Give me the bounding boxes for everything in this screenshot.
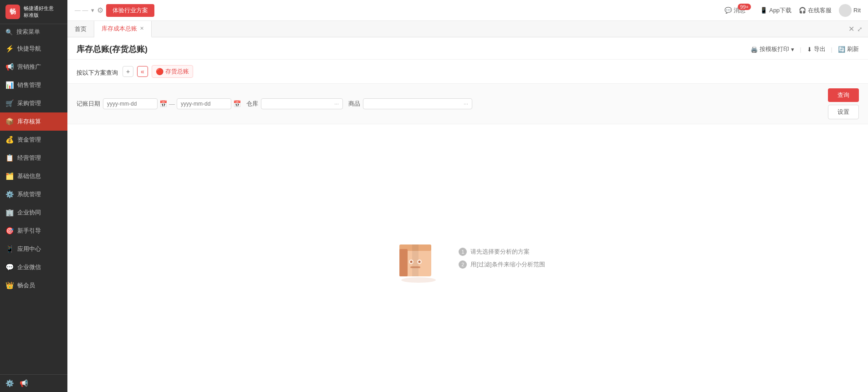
- more-icon: ···: [334, 101, 339, 107]
- app-download-button[interactable]: 📱 App下载: [760, 6, 791, 15]
- product-select[interactable]: ···: [363, 98, 472, 109]
- filter-collapse-button[interactable]: «: [137, 66, 148, 77]
- speaker-icon[interactable]: 📢: [20, 379, 28, 387]
- panel-close-icon[interactable]: ✕: [848, 25, 854, 33]
- member-icon: 👑: [5, 281, 14, 290]
- newbie-label: 新手引导: [17, 227, 41, 235]
- sidebar-item-marketing[interactable]: 📢 营销推广: [0, 58, 67, 76]
- print-chevron-icon[interactable]: ▾: [791, 46, 794, 53]
- sidebar-item-purchase[interactable]: 🛒 采购管理: [0, 94, 67, 112]
- chevron-down-icon[interactable]: ▾: [91, 7, 94, 14]
- empty-state: 1 请先选择要分析的方案 2 用[过滤]条件来缩小分析范围: [67, 124, 868, 392]
- sidebar-item-operation[interactable]: 📋 经营管理: [0, 149, 67, 167]
- topbar-right: 💬 消息 99+ 📱 App下载 🎧 在线客服 Rit: [725, 4, 861, 17]
- filter-add-button[interactable]: +: [123, 66, 133, 77]
- calendar-end-icon[interactable]: 📅: [233, 100, 241, 107]
- apps-icon: 📱: [5, 245, 14, 253]
- gear-icon[interactable]: ⚙: [97, 6, 103, 15]
- warehouse-select[interactable]: ···: [261, 98, 343, 109]
- purchase-icon: 🛒: [5, 99, 14, 107]
- member-label: 畅会员: [17, 281, 35, 290]
- product-label: 商品: [348, 100, 360, 108]
- operation-icon: 📋: [5, 154, 14, 162]
- export-action[interactable]: ⬇ 导出: [807, 45, 826, 53]
- main-area: — — ▾ ⚙ 体验行业方案 💬 消息 99+ 📱 App下载 🎧 在线客服 R: [67, 0, 868, 392]
- operation-label: 经营管理: [17, 154, 41, 162]
- online-service-label: 在线客服: [808, 6, 832, 15]
- warehouse-field: 仓库 ···: [246, 98, 343, 109]
- sidebar-item-inventory[interactable]: 📦 库存核算: [0, 112, 67, 131]
- panel-expand-icon[interactable]: ⤢: [857, 25, 863, 33]
- topbar-nav: — — ▾ ⚙ 体验行业方案: [75, 4, 721, 17]
- print-action[interactable]: 🖨️ 按模板打印 ▾: [751, 45, 794, 53]
- query-button[interactable]: 查询: [828, 88, 859, 102]
- search-menu-item[interactable]: 🔍 搜索菜单: [0, 24, 67, 40]
- tab-inventory-ledger[interactable]: 库存成本总账 ✕: [94, 21, 152, 37]
- sales-icon: 📊: [5, 81, 14, 89]
- settings-icon[interactable]: ⚙️: [5, 379, 14, 387]
- sidebar-item-apps[interactable]: 📱 应用中心: [0, 240, 67, 258]
- sidebar-item-finance[interactable]: 💰 资金管理: [0, 131, 67, 149]
- empty-hint-1: 1 请先选择要分析的方案: [459, 248, 545, 256]
- date-field: 记账日期 📅 — 📅: [77, 98, 241, 109]
- sales-label: 销售管理: [17, 81, 41, 89]
- marketing-label: 营销推广: [17, 63, 41, 71]
- svg-point-9: [401, 277, 436, 283]
- tabbar: 首页 库存成本总账 ✕ ✕ ⤢: [67, 21, 868, 37]
- date-label: 记账日期: [77, 100, 100, 108]
- product-field: 商品 ···: [348, 98, 472, 109]
- headset-icon: 🎧: [799, 7, 806, 14]
- action-buttons: 查询 设置: [828, 88, 859, 119]
- empty-hint-2-text: 用[过滤]条件来缩小分析范围: [470, 260, 545, 269]
- sidebar-item-quick-nav[interactable]: ⚡ 快捷导航: [0, 40, 67, 58]
- page-container: 库存总账(存货总账) 🖨️ 按模板打印 ▾ | ⬇ 导出 | 🔄 刷新: [67, 37, 868, 392]
- sidebar-item-member[interactable]: 👑 畅会员: [0, 276, 67, 295]
- app-download-label: App下载: [769, 6, 791, 15]
- empty-illustration: [390, 231, 445, 285]
- filter-controls: + « 🔴 存货总账: [123, 65, 193, 78]
- page-title: 库存总账(存货总账): [77, 44, 148, 55]
- user-profile[interactable]: Rit: [839, 4, 861, 17]
- system-icon: ⚙️: [5, 190, 14, 199]
- sidebar-item-wechat[interactable]: 💬 企业微信: [0, 258, 67, 276]
- calendar-start-icon[interactable]: 📅: [159, 100, 167, 107]
- apps-label: 应用中心: [17, 245, 41, 253]
- logo-sub: 标准版: [24, 12, 54, 19]
- newbie-icon: 🎯: [5, 227, 14, 235]
- basic-label: 基础信息: [17, 172, 41, 180]
- breadcrumb-text: — —: [75, 7, 88, 14]
- filter-scheme-item[interactable]: 🔴 存货总账: [152, 65, 193, 78]
- sidebar-item-basic[interactable]: 🗂️ 基础信息: [0, 167, 67, 185]
- scheme-label: 存货总账: [165, 67, 189, 76]
- enterprise-label: 企业协同: [17, 209, 41, 217]
- industry-solution-button[interactable]: 体验行业方案: [106, 4, 154, 17]
- sidebar-item-enterprise[interactable]: 🏢 企业协同: [0, 204, 67, 222]
- inventory-icon: 📦: [5, 117, 14, 126]
- svg-point-7: [419, 261, 421, 263]
- refresh-action[interactable]: 🔄 刷新: [838, 45, 859, 53]
- sidebar-item-sales[interactable]: 📊 销售管理: [0, 76, 67, 94]
- sidebar-item-system[interactable]: ⚙️ 系统管理: [0, 185, 67, 204]
- export-label: 导出: [814, 45, 826, 53]
- tab-home[interactable]: 首页: [67, 21, 94, 37]
- message-button[interactable]: 💬 消息 99+: [725, 6, 745, 15]
- online-service-button[interactable]: 🎧 在线客服: [799, 6, 832, 15]
- empty-text: 1 请先选择要分析的方案 2 用[过滤]条件来缩小分析范围: [459, 248, 545, 269]
- tab-home-label: 首页: [75, 25, 87, 33]
- tab-inventory-ledger-label: 库存成本总账: [102, 25, 137, 33]
- settings-button[interactable]: 设置: [828, 105, 859, 119]
- date-end-input[interactable]: [177, 98, 231, 109]
- logo-icon: 畅: [5, 5, 20, 19]
- tab-close-icon[interactable]: ✕: [140, 25, 144, 31]
- quick-nav-label: 快捷导航: [17, 45, 41, 53]
- svg-rect-8: [410, 266, 420, 268]
- wechat-label: 企业微信: [17, 263, 41, 271]
- product-more-icon: ···: [464, 101, 468, 107]
- step-2-num: 2: [459, 260, 467, 269]
- print-label: 按模板打印: [760, 45, 789, 53]
- date-start-input[interactable]: [103, 98, 158, 109]
- finance-label: 资金管理: [17, 136, 41, 144]
- phone-icon: 📱: [760, 7, 767, 14]
- sidebar-item-newbie[interactable]: 🎯 新手引导: [0, 222, 67, 240]
- empty-hint-2: 2 用[过滤]条件来缩小分析范围: [459, 260, 545, 269]
